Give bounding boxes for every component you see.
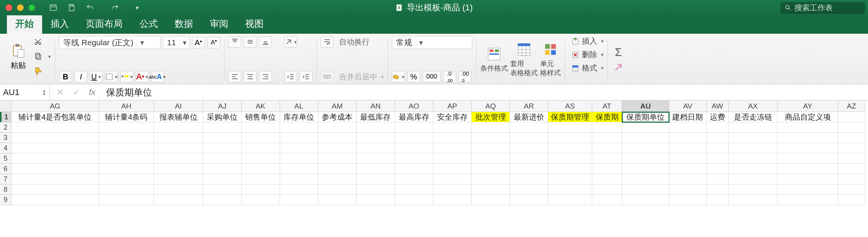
cell-AQ8[interactable] — [472, 184, 510, 195]
align-bottom-button[interactable] — [259, 36, 272, 48]
cell-AV8[interactable] — [669, 184, 706, 195]
save-button[interactable] — [67, 3, 76, 12]
cell-AW7[interactable] — [707, 174, 729, 184]
cell-AK8[interactable] — [242, 184, 280, 195]
tab-数据[interactable]: 数据 — [166, 14, 201, 34]
underline-button[interactable]: U▾ — [90, 71, 103, 82]
cell-AG7[interactable] — [11, 174, 99, 184]
cell-AP7[interactable] — [433, 174, 472, 184]
currency-button[interactable]: ▾ — [392, 71, 405, 82]
cell-AI4[interactable] — [154, 143, 203, 153]
cell-AK7[interactable] — [242, 174, 280, 184]
bold-button[interactable]: B — [59, 71, 72, 82]
cell-AP4[interactable] — [433, 143, 472, 153]
col-header-AZ[interactable]: AZ — [838, 100, 866, 112]
percent-button[interactable]: % — [407, 71, 420, 82]
cell-AM7[interactable] — [318, 174, 357, 184]
cell-AO1[interactable]: 最高库存 — [395, 112, 433, 122]
col-header-AV[interactable]: AV — [669, 100, 706, 112]
row-header-9[interactable]: 9 — [0, 195, 11, 205]
col-header-AU[interactable]: AU — [622, 100, 669, 112]
comma-button[interactable]: 000 — [423, 71, 441, 82]
cell-AG9[interactable] — [11, 195, 99, 205]
cell-AO9[interactable] — [395, 195, 433, 205]
cell-AV2[interactable] — [669, 122, 706, 133]
cell-AK1[interactable]: 销售单位 — [242, 112, 280, 122]
cell-AH9[interactable] — [99, 195, 154, 205]
cell-AN8[interactable] — [357, 184, 395, 195]
cell-AW5[interactable] — [707, 153, 729, 164]
decrease-decimal-button[interactable]: .00.0 — [459, 71, 472, 82]
cell-AS6[interactable] — [548, 164, 592, 174]
cell-AP9[interactable] — [433, 195, 472, 205]
cell-AU5[interactable] — [622, 153, 669, 164]
cell-AT4[interactable] — [592, 143, 622, 153]
cell-AN4[interactable] — [357, 143, 395, 153]
cell-AK5[interactable] — [242, 153, 280, 164]
cell-AL6[interactable] — [280, 164, 318, 174]
close-window-button[interactable] — [5, 4, 12, 11]
delete-cells-button[interactable]: 删除▾ — [571, 49, 604, 60]
cell-AO2[interactable] — [395, 122, 433, 133]
row-header-8[interactable]: 8 — [0, 184, 11, 195]
col-header-AQ[interactable]: AQ — [472, 100, 510, 112]
cell-AZ7[interactable] — [838, 174, 866, 184]
cell-AW2[interactable] — [707, 122, 729, 133]
cell-AG3[interactable] — [11, 133, 99, 143]
cell-AN5[interactable] — [357, 153, 395, 164]
cell-AT2[interactable] — [592, 122, 622, 133]
zoom-window-button[interactable] — [28, 4, 35, 11]
cell-AV3[interactable] — [669, 133, 706, 143]
col-header-AM[interactable]: AM — [318, 100, 357, 112]
cell-AM8[interactable] — [318, 184, 357, 195]
enter-formula-icon[interactable]: ✓ — [73, 87, 80, 97]
merge-center-button[interactable] — [321, 71, 334, 82]
cell-AZ4[interactable] — [838, 143, 866, 153]
cell-AS9[interactable] — [548, 195, 592, 205]
cell-AQ1[interactable]: 批次管理 — [472, 112, 510, 122]
col-header-AH[interactable]: AH — [99, 100, 154, 112]
tab-页面布局[interactable]: 页面布局 — [77, 14, 131, 34]
cell-AJ5[interactable] — [203, 153, 241, 164]
paste-button[interactable]: 粘贴 — [8, 42, 29, 71]
cell-AQ3[interactable] — [472, 133, 510, 143]
cell-AY4[interactable] — [778, 143, 838, 153]
cell-AL7[interactable] — [280, 174, 318, 184]
font-size-combo[interactable]: 11▾ — [163, 36, 190, 49]
cell-AP2[interactable] — [433, 122, 472, 133]
col-header-AW[interactable]: AW — [707, 100, 729, 112]
cell-AV4[interactable] — [669, 143, 706, 153]
cell-AL1[interactable]: 库存单位 — [280, 112, 318, 122]
cell-AQ6[interactable] — [472, 164, 510, 174]
cell-AO8[interactable] — [395, 184, 433, 195]
cell-AV7[interactable] — [669, 174, 706, 184]
tab-审阅[interactable]: 审阅 — [201, 14, 237, 34]
cell-AT8[interactable] — [592, 184, 622, 195]
cell-AY3[interactable] — [778, 133, 838, 143]
search-box[interactable] — [781, 2, 865, 14]
cell-AV1[interactable]: 建档日期 — [669, 112, 706, 122]
cell-AJ8[interactable] — [203, 184, 241, 195]
cell-AJ7[interactable] — [203, 174, 241, 184]
cell-AZ2[interactable] — [838, 122, 866, 133]
col-header-AY[interactable]: AY — [778, 100, 838, 112]
autosave-toggle[interactable] — [49, 3, 57, 12]
phonetic-button[interactable]: abcA▾ — [151, 71, 164, 82]
undo-button[interactable]: ▾ — [86, 3, 101, 12]
col-header-AT[interactable]: AT — [592, 100, 622, 112]
cell-AV5[interactable] — [669, 153, 706, 164]
cell-AK6[interactable] — [242, 164, 280, 174]
tab-视图[interactable]: 视图 — [237, 14, 272, 34]
col-header-AL[interactable]: AL — [280, 100, 318, 112]
cell-AI9[interactable] — [154, 195, 203, 205]
cell-AP3[interactable] — [433, 133, 472, 143]
cell-AT6[interactable] — [592, 164, 622, 174]
cell-AX5[interactable] — [729, 153, 778, 164]
col-header-AP[interactable]: AP — [433, 100, 472, 112]
cell-AX6[interactable] — [729, 164, 778, 174]
format-cells-button[interactable]: 格式▾ — [571, 63, 604, 73]
row-header-1[interactable]: 1 — [0, 112, 11, 122]
font-name-combo[interactable]: 等线 Regular (正文)▾ — [59, 36, 160, 49]
cell-AH4[interactable] — [99, 143, 154, 153]
cell-AX3[interactable] — [729, 133, 778, 143]
